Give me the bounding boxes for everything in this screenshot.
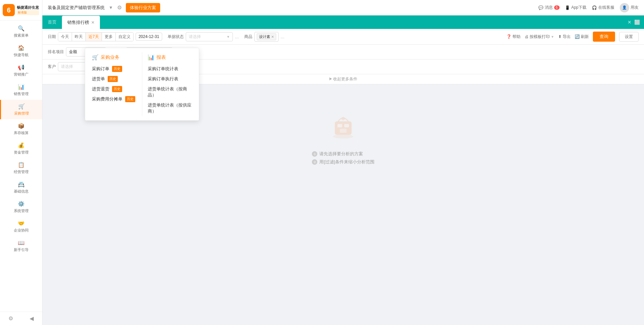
ops-nav-icon: 📋 bbox=[18, 162, 25, 168]
history-badge-1: 历史 bbox=[108, 76, 118, 82]
gear-icon[interactable]: ⚙ bbox=[117, 4, 122, 11]
collapse-btn[interactable]: ᗙ 收起更多条件 bbox=[329, 77, 357, 81]
help-icon: ❓ bbox=[506, 34, 511, 39]
menu-item-inbound-stats-goods[interactable]: 进货单统计表（按商品） bbox=[145, 84, 195, 100]
sidebar-item-sales[interactable]: 📊 销售管理 bbox=[0, 80, 42, 100]
window-close-icon[interactable]: ✕ bbox=[628, 19, 632, 25]
tab-sales-rank[interactable]: 销售排行榜 ✕ bbox=[62, 16, 100, 29]
window-expand-icon[interactable]: ⬜ bbox=[634, 19, 640, 25]
empty-hint2: 用[过滤]条件来缩小分析范围 bbox=[319, 159, 374, 165]
message-icon: 💬 bbox=[538, 5, 543, 10]
hint2-icon: ② bbox=[312, 159, 317, 165]
help-btn[interactable]: ❓ 帮助 bbox=[506, 34, 521, 40]
svg-point-5 bbox=[342, 117, 345, 120]
menu-item-purchase-order[interactable]: 采购订单 历史 bbox=[89, 64, 139, 74]
tab-home[interactable]: 首页 bbox=[42, 15, 62, 29]
sidebar-item-marketing[interactable]: 📢 营销推广 bbox=[0, 61, 42, 80]
history-badge-2: 历史 bbox=[112, 86, 122, 92]
sidebar-item-search[interactable]: 🔍 搜索菜单 bbox=[0, 22, 42, 41]
app-download-btn[interactable]: 📱 App下载 bbox=[565, 5, 586, 10]
finance-nav-icon: 💰 bbox=[18, 142, 25, 149]
messages-btn[interactable]: 💬 消息 6 bbox=[538, 5, 560, 10]
logo-text: 畅捷通好生意 bbox=[17, 5, 39, 10]
message-badge: 6 bbox=[554, 5, 560, 10]
menu-item-order-stats[interactable]: 采购订单统计表 bbox=[145, 64, 195, 74]
dropdown-divider bbox=[142, 52, 142, 116]
export-icon: ⬆ bbox=[558, 34, 562, 39]
sales-nav-icon: 📊 bbox=[18, 84, 25, 90]
print-arrow: ▼ bbox=[551, 35, 554, 39]
print-btn[interactable]: 🖨 按模板打印 ▼ bbox=[525, 34, 554, 40]
svg-point-0 bbox=[333, 134, 353, 138]
history-badge-0: 历史 bbox=[112, 66, 122, 72]
sidebar-item-guide[interactable]: 📖 新手引导 bbox=[0, 236, 42, 256]
sidebar-item-system[interactable]: ⚙️ 系统管理 bbox=[0, 197, 42, 217]
doc-status-filter: 单据状态 请选择 ▼ ... bbox=[168, 32, 239, 41]
user-avatar: 👤 bbox=[620, 3, 629, 12]
customer-label: 客户 bbox=[48, 64, 56, 70]
sidebar-collapse-icon[interactable]: ◀ bbox=[30, 315, 34, 322]
refresh-icon: 🔄 bbox=[575, 34, 580, 39]
report-col-icon: 📊 bbox=[148, 54, 154, 60]
date-label: 日期 bbox=[48, 34, 56, 40]
sidebar-item-cooperation[interactable]: 🤝 企业协同 bbox=[0, 217, 42, 236]
tab-bar: 首页 销售排行榜 ✕ ✕ ⬜ bbox=[42, 15, 644, 29]
basic-nav-icon: 📇 bbox=[18, 181, 25, 188]
doc-status-select[interactable]: 请选择 ▼ bbox=[186, 32, 233, 41]
online-service-btn[interactable]: 🎧 在线客服 bbox=[592, 5, 614, 10]
sidebar-item-inventory[interactable]: 📦 库存核算 bbox=[0, 119, 42, 139]
rank-label: 排名项目 bbox=[48, 49, 64, 55]
system-title: 装备及固定资产辅助管理系统 bbox=[48, 5, 105, 11]
dropdown-arrow-icon[interactable]: ▼ bbox=[109, 5, 113, 10]
purchase-col-icon: 🛒 bbox=[92, 54, 99, 60]
toolbar-actions: ❓ 帮助 🖨 按模板打印 ▼ ⬆ 导出 🔄 刷新 bbox=[506, 32, 639, 42]
report-col-header: 📊 报表 bbox=[145, 52, 195, 63]
top-bar: 装备及固定资产辅助管理系统 ▼ ⚙ 体验行业方案 💬 消息 6 📱 App下载 … bbox=[42, 0, 644, 15]
date-custom-btn[interactable]: 自定义 bbox=[116, 33, 133, 41]
refresh-btn[interactable]: 🔄 刷新 bbox=[575, 34, 589, 40]
date-value-display[interactable]: 2024-12-31 bbox=[136, 33, 162, 41]
export-btn[interactable]: ⬆ 导出 bbox=[558, 34, 571, 40]
tab-close-icon[interactable]: ✕ bbox=[91, 20, 95, 25]
logo-tag: 标准版 bbox=[17, 10, 39, 15]
search-nav-icon: 🔍 bbox=[18, 25, 25, 32]
guide-nav-icon: 📖 bbox=[18, 240, 25, 246]
inventory-nav-icon: 📦 bbox=[18, 123, 25, 129]
query-button[interactable]: 查询 bbox=[593, 32, 615, 42]
goods-tag: 设计素 ✕ bbox=[257, 33, 276, 40]
menu-item-inbound-stats-supplier[interactable]: 进货单统计表（按供应商） bbox=[145, 100, 195, 116]
doc-status-dots[interactable]: ... bbox=[235, 34, 239, 39]
menu-item-fee[interactable]: 采购费用分摊单 历史 bbox=[89, 94, 139, 104]
sidebar-item-operations[interactable]: 📋 经营管理 bbox=[0, 158, 42, 178]
empty-illustration bbox=[328, 111, 358, 147]
sidebar-settings-icon[interactable]: ⚙ bbox=[8, 315, 13, 322]
goods-dots[interactable]: ... bbox=[281, 34, 285, 39]
industry-btn[interactable]: 体验行业方案 bbox=[126, 3, 160, 12]
sidebar-item-basic[interactable]: 📇 基础信息 bbox=[0, 178, 42, 197]
sidebar: 6 畅捷通好生意 标准版 🔍 搜索菜单 🏠 快捷导航 📢 营销推广 📊 bbox=[0, 0, 42, 325]
user-btn[interactable]: 👤 用友 bbox=[620, 3, 639, 12]
sidebar-item-finance[interactable]: 💰 资金管理 bbox=[0, 139, 42, 158]
setting-button[interactable]: 设置 bbox=[619, 32, 639, 42]
sidebar-item-purchase[interactable]: 🛒 采购管理 bbox=[0, 100, 42, 119]
sidebar-item-quick-nav[interactable]: 🏠 快捷导航 bbox=[0, 41, 42, 61]
goods-tag-remove[interactable]: ✕ bbox=[271, 35, 274, 39]
purchase-col: 🛒 采购业务 采购订单 历史 进货单 历史 进货退货 bbox=[89, 52, 139, 116]
date-filter-group: 日期 今天 昨天 近7天 更多 自定义 2024-12-31 bbox=[48, 32, 162, 41]
purchase-nav-icon: 🛒 bbox=[18, 103, 25, 110]
goods-tag-container[interactable]: 设计素 ✕ bbox=[254, 32, 279, 42]
date-today-btn[interactable]: 今天 bbox=[58, 33, 72, 41]
menu-item-inbound[interactable]: 进货单 历史 bbox=[89, 74, 139, 84]
history-badge-3: 历史 bbox=[125, 96, 135, 102]
main-area: 装备及固定资产辅助管理系统 ▼ ⚙ 体验行业方案 💬 消息 6 📱 App下载 … bbox=[42, 0, 644, 325]
menu-item-order-exec[interactable]: 采购订单执行表 bbox=[145, 74, 195, 84]
content-area: 日期 今天 昨天 近7天 更多 自定义 2024-12-31 单据状态 bbox=[42, 29, 644, 325]
menu-item-return[interactable]: 进货退货 历史 bbox=[89, 84, 139, 94]
date-7days-btn[interactable]: 近7天 bbox=[86, 33, 102, 41]
date-more-btn[interactable]: 更多 bbox=[102, 33, 116, 41]
date-yesterday-btn[interactable]: 昨天 bbox=[72, 33, 86, 41]
sidebar-bottom: ⚙ ◀ bbox=[0, 312, 42, 325]
purchase-col-header: 🛒 采购业务 bbox=[89, 52, 139, 63]
goods-label: 商品 bbox=[244, 34, 252, 40]
filter-toolbar: 日期 今天 昨天 近7天 更多 自定义 2024-12-31 单据状态 bbox=[42, 29, 644, 45]
